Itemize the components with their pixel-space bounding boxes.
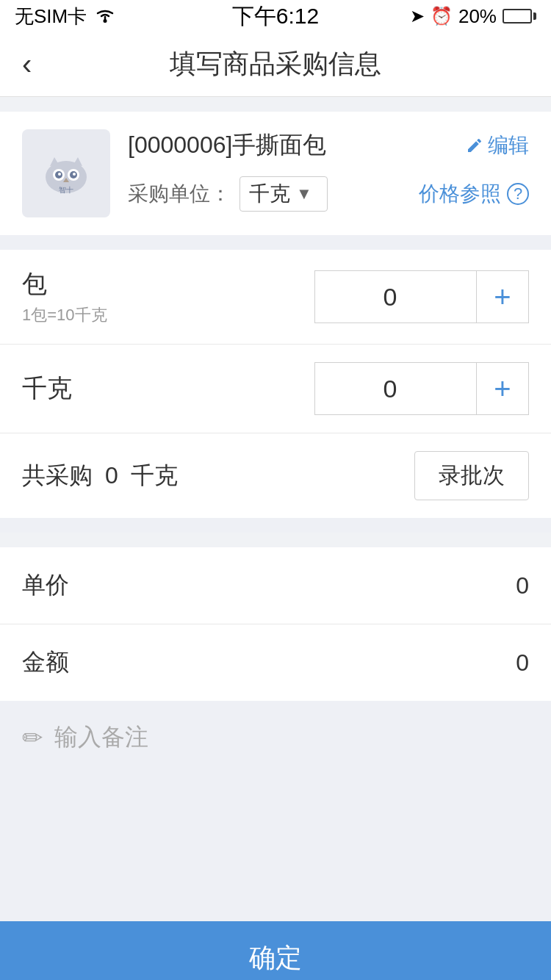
product-name: [0000006]手撕面包 bbox=[128, 129, 326, 162]
bag-input-control: + bbox=[110, 270, 529, 323]
bag-label-group: 包 1包=10千克 bbox=[22, 267, 110, 326]
battery-icon bbox=[503, 9, 536, 24]
edit-icon bbox=[466, 137, 483, 154]
summary-row: 共采购 0 千克 录批次 bbox=[0, 433, 551, 518]
unit-price-row: 单价 0 bbox=[0, 547, 551, 624]
input-section: 包 1包=10千克 + 千克 + bbox=[0, 250, 551, 433]
svg-point-6 bbox=[58, 173, 61, 176]
chevron-down-icon: ▼ bbox=[296, 184, 312, 203]
product-info: [0000006]手撕面包 编辑 采购单位： 千克 ▼ 价格参照 ? bbox=[128, 129, 529, 212]
record-batch-button[interactable]: 录批次 bbox=[414, 451, 529, 500]
battery-percent: 20% bbox=[458, 5, 497, 28]
bag-plus-button[interactable]: + bbox=[476, 270, 529, 323]
status-right: ➤ ⏰ 20% bbox=[410, 5, 536, 28]
svg-text:智十: 智十 bbox=[59, 186, 73, 194]
carrier-label: 无SIM卡 bbox=[15, 4, 87, 29]
nav-bar: ‹ 填写商品采购信息 bbox=[0, 32, 551, 97]
separator-1 bbox=[0, 235, 551, 250]
price-ref-button[interactable]: 价格参照 ? bbox=[419, 180, 529, 208]
product-logo: 智十 bbox=[37, 151, 96, 195]
bag-quantity-input[interactable] bbox=[314, 270, 476, 323]
amount-value: 0 bbox=[516, 649, 529, 677]
kg-input-control: + bbox=[110, 362, 529, 415]
product-header: [0000006]手撕面包 编辑 bbox=[128, 129, 529, 162]
bag-main-label: 包 bbox=[22, 267, 110, 301]
page-title: 填写商品采购信息 bbox=[170, 46, 381, 82]
svg-marker-9 bbox=[50, 157, 59, 166]
price-section: 单价 0 金额 0 bbox=[0, 547, 551, 701]
help-icon: ? bbox=[507, 183, 529, 205]
kg-quantity-input[interactable] bbox=[314, 362, 476, 415]
summary-quantity: 0 bbox=[105, 462, 118, 489]
edit-button[interactable]: 编辑 bbox=[466, 131, 529, 159]
pencil-icon: ✏ bbox=[22, 723, 43, 752]
unit-label: 采购单位： bbox=[128, 180, 231, 208]
bag-input-row: 包 1包=10千克 + bbox=[0, 250, 551, 345]
status-time: 下午6:12 bbox=[232, 1, 319, 32]
wifi-icon bbox=[94, 5, 116, 28]
svg-point-0 bbox=[104, 19, 107, 23]
location-icon: ➤ bbox=[410, 6, 425, 26]
unit-select[interactable]: 千克 ▼ bbox=[240, 176, 328, 212]
product-image: 智十 bbox=[22, 129, 110, 217]
svg-point-7 bbox=[73, 173, 76, 176]
kg-label-group: 千克 bbox=[22, 372, 110, 406]
notes-placeholder: 输入备注 bbox=[54, 721, 148, 754]
notes-section[interactable]: ✏ 输入备注 bbox=[0, 701, 551, 774]
content-spacer bbox=[0, 774, 551, 921]
kg-main-label: 千克 bbox=[22, 372, 110, 406]
bag-sub-label: 1包=10千克 bbox=[22, 304, 110, 326]
status-left: 无SIM卡 bbox=[15, 4, 116, 29]
unit-selector-group: 采购单位： 千克 ▼ bbox=[128, 176, 328, 212]
svg-marker-10 bbox=[73, 157, 82, 166]
product-unit-row: 采购单位： 千克 ▼ 价格参照 ? bbox=[128, 176, 529, 212]
separator-2 bbox=[0, 518, 551, 533]
summary-text: 共采购 0 千克 bbox=[22, 460, 178, 492]
confirm-label: 确定 bbox=[249, 940, 302, 976]
confirm-button[interactable]: 确定 bbox=[0, 921, 551, 980]
back-button[interactable]: ‹ bbox=[22, 48, 32, 81]
kg-input-row: 千克 + bbox=[0, 345, 551, 433]
unit-price-value: 0 bbox=[516, 572, 529, 599]
amount-label: 金额 bbox=[22, 646, 69, 679]
alarm-icon: ⏰ bbox=[431, 6, 453, 26]
status-bar: 无SIM卡 下午6:12 ➤ ⏰ 20% bbox=[0, 0, 551, 32]
product-card: 智十 [0000006]手撕面包 编辑 采购单位： 千克 ▼ 价格参照 bbox=[0, 112, 551, 235]
amount-row: 金额 0 bbox=[0, 624, 551, 701]
kg-plus-button[interactable]: + bbox=[476, 362, 529, 415]
unit-price-label: 单价 bbox=[22, 569, 69, 602]
